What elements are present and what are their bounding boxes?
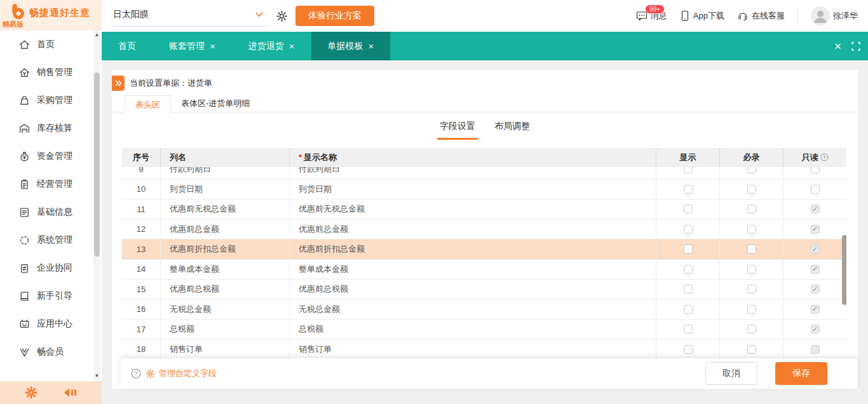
row-index: 10 bbox=[122, 180, 160, 199]
account-settings-gear-icon[interactable] bbox=[276, 10, 288, 22]
sidebar-item-member[interactable]: 畅会员 bbox=[0, 338, 93, 366]
show-checkbox[interactable] bbox=[684, 205, 693, 213]
help-icon[interactable]: ? bbox=[131, 368, 141, 379]
tabbar-tab-1[interactable]: 账套管理× bbox=[153, 32, 232, 60]
area-tab-0[interactable]: 表头区 bbox=[125, 95, 171, 112]
sidebar-scrollbar-thumb[interactable] bbox=[94, 72, 100, 257]
table-row[interactable]: 9付款到期日付款到期日 bbox=[122, 167, 846, 180]
tabbar-tab-0[interactable]: 首页 bbox=[102, 32, 153, 60]
column-name-cell: 优惠前折扣总金额 bbox=[160, 239, 289, 259]
required-checkbox[interactable] bbox=[747, 325, 756, 333]
sub-tab-1[interactable]: 布局调整 bbox=[494, 121, 530, 140]
table-row[interactable]: 12优惠前总金额优惠前总金额 bbox=[122, 220, 846, 240]
sidebar-item-guide[interactable]: 新手引导 bbox=[0, 282, 93, 310]
sidebar-item-app-center[interactable]: 应用中心 bbox=[0, 310, 93, 338]
readonly-cell bbox=[783, 199, 846, 219]
sidebar-item-funds[interactable]: 资金管理 bbox=[0, 142, 93, 170]
purchase-icon bbox=[18, 94, 31, 107]
show-checkbox[interactable] bbox=[684, 225, 693, 234]
brand-edition: 精易版 bbox=[3, 20, 24, 29]
table-row[interactable]: 17总税额总税额 bbox=[122, 320, 846, 340]
sidebar-item-collaboration[interactable]: 企业协同 bbox=[0, 254, 93, 282]
show-checkbox[interactable] bbox=[684, 325, 693, 333]
sidebar-item-purchase[interactable]: 采购管理 bbox=[0, 86, 93, 114]
fullscreen-icon[interactable] bbox=[851, 42, 860, 51]
tab-close-icon[interactable]: × bbox=[289, 41, 295, 51]
sidebar-item-label: 企业协同 bbox=[37, 262, 72, 274]
user-menu[interactable]: 徐泽华 bbox=[811, 6, 858, 25]
required-checkbox[interactable] bbox=[747, 305, 756, 314]
table-row[interactable]: 14整单成本金额整单成本金额 bbox=[122, 260, 846, 280]
readonly-checkbox bbox=[811, 225, 820, 234]
table-scrollbar-thumb[interactable] bbox=[842, 235, 846, 305]
required-checkbox[interactable] bbox=[747, 245, 756, 253]
column-name-cell: 付款到期日 bbox=[160, 167, 289, 179]
sidebar-item-inventory[interactable]: 库存核算 bbox=[0, 114, 93, 142]
show-checkbox[interactable] bbox=[684, 245, 693, 253]
show-checkbox[interactable] bbox=[684, 305, 693, 314]
readonly-checkbox bbox=[811, 345, 820, 354]
sub-tab-0[interactable]: 字段设置 bbox=[440, 121, 475, 140]
readonly-help-icon[interactable]: ? bbox=[820, 149, 829, 168]
required-checkbox[interactable] bbox=[747, 345, 756, 354]
sidebar-item-system[interactable]: 系统管理 bbox=[0, 226, 93, 254]
readonly-checkbox[interactable] bbox=[811, 185, 820, 194]
tab-close-icon[interactable]: × bbox=[210, 41, 215, 51]
readonly-cell bbox=[783, 167, 846, 179]
sidebar-scrollbar[interactable]: ▲ ▼ bbox=[93, 30, 100, 380]
collapse-sidebar-icon[interactable] bbox=[64, 388, 77, 397]
display-name-cell: 优惠前总税额 bbox=[289, 279, 656, 299]
double-chevron-icon[interactable] bbox=[112, 76, 125, 91]
app-window: 畅捷通好生意 精易版 首页销售管理采购管理库存核算资金管理经营管理基础信息系统管… bbox=[0, 0, 868, 404]
table-row[interactable]: 13优惠前折扣总金额优惠前折扣总金额 bbox=[122, 239, 846, 260]
header-column-name: 列名 bbox=[160, 148, 289, 167]
show-checkbox[interactable] bbox=[684, 265, 693, 274]
messages-button[interactable]: 消息 99+ bbox=[636, 10, 667, 22]
manage-custom-fields-link[interactable]: 管理自定义字段 bbox=[146, 368, 217, 379]
sidebar-item-label: 新手引导 bbox=[37, 290, 72, 302]
close-all-tabs-icon[interactable]: × bbox=[834, 40, 841, 52]
save-button[interactable]: 保存 bbox=[775, 362, 827, 385]
show-checkbox[interactable] bbox=[684, 285, 693, 293]
tab-close-icon[interactable]: × bbox=[369, 41, 374, 51]
required-checkbox[interactable] bbox=[747, 265, 756, 274]
display-name-cell: 到货日期 bbox=[289, 180, 656, 199]
online-support-label: 在线客服 bbox=[752, 10, 785, 22]
readonly-cell bbox=[783, 279, 846, 299]
show-checkbox[interactable] bbox=[684, 185, 693, 194]
app-download-button[interactable]: App下载 bbox=[680, 10, 724, 22]
readonly-checkbox[interactable] bbox=[811, 167, 820, 173]
column-name-cell: 优惠前总税额 bbox=[160, 279, 289, 299]
sidebar-item-label: 系统管理 bbox=[37, 234, 72, 246]
required-checkbox[interactable] bbox=[747, 285, 756, 293]
sidebar-item-sales[interactable]: 销售管理 bbox=[0, 58, 93, 86]
trial-solution-button[interactable]: 体验行业方案 bbox=[295, 6, 374, 26]
sidebar-item-home[interactable]: 首页 bbox=[0, 30, 93, 58]
online-support-button[interactable]: 在线客服 bbox=[737, 10, 785, 22]
table-row[interactable]: 15优惠前总税额优惠前总税额 bbox=[122, 279, 846, 300]
tabbar-tab-3[interactable]: 单据模板× bbox=[311, 32, 391, 60]
table-row[interactable]: 18销售订单销售订单 bbox=[122, 340, 846, 360]
required-checkbox[interactable] bbox=[747, 185, 756, 194]
required-cell bbox=[719, 199, 783, 219]
show-checkbox[interactable] bbox=[684, 345, 693, 354]
row-index: 13 bbox=[122, 239, 160, 259]
table-row[interactable]: 10到货日期到货日期 bbox=[122, 180, 846, 200]
area-tab-1[interactable]: 表体区-进货单明细 bbox=[171, 95, 260, 112]
required-checkbox[interactable] bbox=[747, 225, 756, 234]
tabbar-actions: × bbox=[834, 32, 860, 60]
show-checkbox[interactable] bbox=[684, 167, 693, 173]
table-row[interactable]: 11优惠前无税总金额优惠前无税总金额 bbox=[122, 199, 846, 220]
required-checkbox[interactable] bbox=[747, 205, 756, 213]
table-row[interactable]: 16无税总金额无税总金额 bbox=[122, 300, 846, 320]
required-cell bbox=[719, 220, 783, 239]
scroll-up-icon[interactable]: ▲ bbox=[93, 32, 100, 37]
sidebar-item-operations[interactable]: 经营管理 bbox=[0, 170, 93, 198]
account-select[interactable]: 日太阳膜 bbox=[113, 5, 266, 27]
settings-gear-icon[interactable] bbox=[25, 386, 37, 399]
tabbar-tab-2[interactable]: 进货退货× bbox=[232, 32, 311, 60]
sidebar-item-base-info[interactable]: 基础信息 bbox=[0, 198, 93, 226]
required-checkbox[interactable] bbox=[747, 167, 756, 173]
cancel-button[interactable]: 取消 bbox=[705, 362, 757, 385]
scroll-down-icon[interactable]: ▼ bbox=[93, 373, 100, 379]
